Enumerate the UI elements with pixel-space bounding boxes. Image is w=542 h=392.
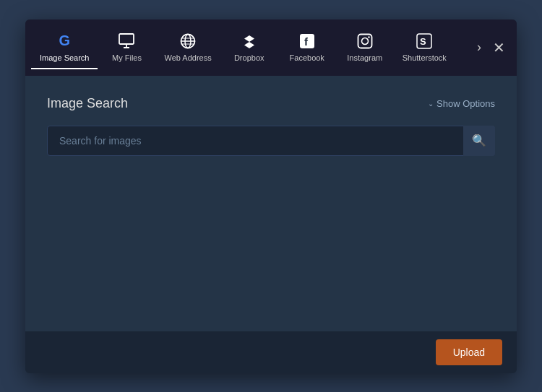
show-options-button[interactable]: ⌄ Show Options: [428, 98, 495, 109]
upload-button[interactable]: Upload: [436, 339, 502, 365]
main-content: Image Search ⌄ Show Options 🔍: [25, 76, 517, 331]
search-icon: 🔍: [472, 134, 486, 147]
tab-web-address-label: Web Address: [164, 53, 211, 62]
show-options-label: Show Options: [436, 98, 495, 109]
tab-image-search[interactable]: G Image Search: [31, 26, 98, 69]
tab-bar: G Image Search My Files: [25, 19, 517, 76]
more-tabs-button[interactable]: ›: [471, 37, 487, 58]
tab-dropbox[interactable]: Dropbox: [220, 26, 278, 69]
tab-instagram[interactable]: Instagram: [336, 26, 394, 69]
svg-text:S: S: [420, 36, 426, 47]
tabs-container: G Image Search My Files: [31, 26, 471, 69]
svg-marker-8: [244, 35, 254, 48]
footer: Upload: [25, 331, 517, 373]
content-header: Image Search ⌄ Show Options: [47, 96, 495, 111]
tab-image-search-label: Image Search: [40, 53, 89, 62]
facebook-icon: f: [298, 32, 317, 51]
modal: G Image Search My Files: [25, 19, 517, 373]
monitor-icon: [117, 32, 136, 51]
close-button[interactable]: ✕: [487, 36, 511, 59]
chevron-down-icon: ⌄: [428, 100, 434, 108]
google-icon: G: [55, 32, 74, 51]
tab-facebook-label: Facebook: [290, 53, 324, 62]
tab-instagram-label: Instagram: [347, 53, 382, 62]
tab-dropbox-label: Dropbox: [234, 53, 264, 62]
svg-point-12: [361, 38, 368, 44]
tab-web-address[interactable]: Web Address: [155, 26, 220, 69]
search-button[interactable]: 🔍: [463, 126, 495, 156]
globe-icon: [178, 32, 197, 51]
shutterstock-icon: S: [415, 32, 434, 51]
search-input[interactable]: [47, 126, 495, 156]
svg-point-13: [368, 36, 369, 38]
tab-facebook[interactable]: f Facebook: [278, 26, 336, 69]
search-container: 🔍: [47, 126, 495, 156]
svg-rect-11: [358, 34, 371, 48]
tab-my-files[interactable]: My Files: [98, 26, 155, 69]
tab-my-files-label: My Files: [112, 53, 142, 62]
page-title: Image Search: [47, 96, 128, 111]
instagram-icon: [356, 32, 374, 51]
svg-rect-0: [119, 34, 134, 44]
dropbox-icon: [240, 32, 259, 51]
tab-shutterstock[interactable]: S Shutterstock: [394, 26, 455, 69]
tab-shutterstock-label: Shutterstock: [403, 53, 447, 62]
